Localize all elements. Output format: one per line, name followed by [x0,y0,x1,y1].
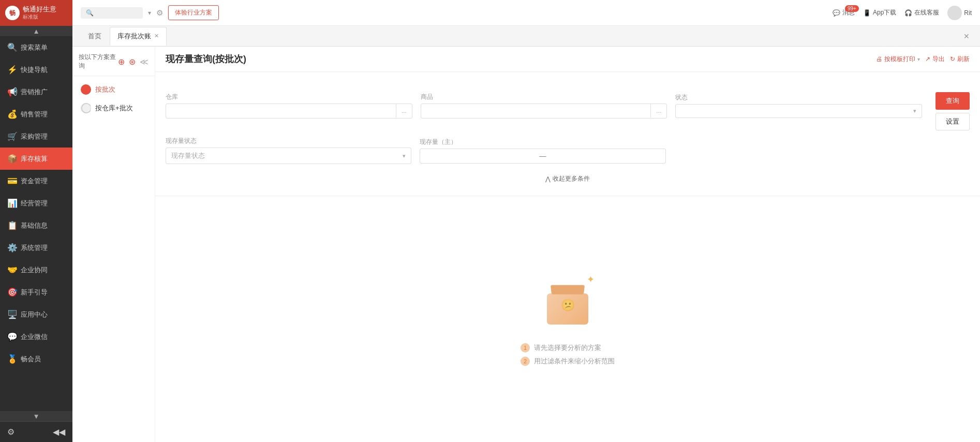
page-title: 现存量查询(按批次) [166,53,246,65]
panel-close-icon[interactable]: ✕ [961,30,972,42]
newbie-icon: 🎯 [7,287,17,297]
filter-scheme-batch[interactable]: 按批次 [72,80,155,99]
main-area: 🔍 ▾ ⚙ 体验行业方案 💬 消息 99+ 📱 App下载 🎧 在线客服 Rit [72,0,980,442]
status-label: 状态 [675,93,922,102]
warehouse-label: 仓库 [166,93,412,101]
filter-panel: 按以下方案查询 ⊕ ⊛ ≪ 按批次 按仓库+批次 [72,47,155,442]
printer-icon: 🖨 [876,55,882,63]
sidebar-item-purchase[interactable]: 🛒 采购管理 [0,125,72,148]
sidebar-item-sales[interactable]: 💰 销售管理 [0,103,72,125]
stock-status-arrow-icon: ▾ [403,153,406,159]
marketing-icon: 📢 [7,87,17,97]
warehouse-input[interactable]: ... [166,104,412,119]
empty-hint-1: 1 请先选择要分析的方案 [521,343,615,352]
sidebar-item-label: 新手引导 [21,288,48,297]
collapse-panel-icon[interactable]: ≪ [140,57,149,67]
lightning-icon: ⚡ [7,65,17,75]
topbar-right: 💬 消息 99+ 📱 App下载 🎧 在线客服 Rit [833,6,972,20]
export-icon: ↗ [925,55,930,63]
query-button[interactable]: 查询 [936,92,970,110]
avatar [947,6,962,20]
tab-close-icon[interactable]: ✕ [154,33,159,39]
sidebar-item-finance[interactable]: 💳 资金管理 [0,170,72,192]
template-print-button[interactable]: 🖨 按模板打印 ▾ [876,55,920,64]
current-stock-input[interactable] [420,149,665,164]
filter-area: 仓库 ... 商品 ... 状态 [155,72,980,196]
empty-state: 😕 ✦ 1 请先选择要分析的方案 2 用过滤条件来缩小分析范围 [155,196,980,442]
collapse-row: ⋀ 收起更多条件 [166,170,970,187]
svg-point-0 [81,85,91,94]
current-stock-label: 现存量（主） [420,138,665,146]
appstore-icon: 🖥️ [7,310,17,319]
sidebar-item-label: 销售管理 [21,110,48,119]
tab-home[interactable]: 首页 [81,27,109,45]
sidebar-item-inventory[interactable]: 📦 库存核算 [0,148,72,170]
tab-inventory-label: 库存批次账 [117,32,151,41]
messages-btn[interactable]: 💬 消息 99+ [833,8,855,17]
sidebar: 畅 畅通好生意 标准版 ▲ 🔍 搜索菜单 ⚡ 快捷导航 📢 营销推广 💰 销售管… [0,0,72,442]
search-box[interactable]: 🔍 [81,7,143,19]
sidebar-item-collaboration[interactable]: 🤝 企业协同 [0,259,72,281]
online-service-btn[interactable]: 🎧 在线客服 [904,8,939,17]
sidebar-header: 畅 畅通好生意 标准版 [0,0,72,26]
user-avatar-btn[interactable]: Rit [947,6,972,20]
sidebar-item-label: 基础信息 [21,221,48,230]
template-print-label: 按模板打印 [884,55,915,64]
template-print-arrow: ▾ [917,56,920,62]
scheme-batch-label: 按批次 [95,85,115,94]
sidebar-scroll-up[interactable]: ▲ [0,26,72,36]
sidebar-item-basics[interactable]: 📋 基础信息 [0,214,72,237]
experience-button[interactable]: 体验行业方案 [168,5,219,20]
filter-scheme-warehouse-batch[interactable]: 按仓库+批次 [72,99,155,117]
sidebar-item-wechat[interactable]: 💬 企业微信 [0,326,72,348]
tab-inventory-batch[interactable]: 库存批次账 ✕ [110,27,167,46]
operations-icon: 📊 [7,198,17,208]
sidebar-item-search[interactable]: 🔍 搜索菜单 [0,36,72,58]
warehouse-dots[interactable]: ... [396,104,412,117]
topbar-gear-icon[interactable]: ⚙ [156,8,163,18]
refresh-button[interactable]: ↻ 刷新 [950,55,970,64]
online-service-label: 在线客服 [914,8,939,17]
stock-status-select[interactable]: 现存量状态 ▾ [166,148,411,164]
product-label: 商品 [421,93,667,101]
app-edition: 标准版 [23,13,56,21]
sidebar-item-system[interactable]: ⚙️ 系统管理 [0,237,72,259]
collapse-label: 收起更多条件 [553,174,590,183]
warehouse-input-field[interactable] [166,104,396,118]
empty-hints: 1 请先选择要分析的方案 2 用过滤条件来缩小分析范围 [521,343,615,366]
collaboration-icon: 🤝 [7,265,17,275]
app-download-btn[interactable]: 📱 App下载 [863,8,896,17]
sidebar-item-shortcuts[interactable]: ⚡ 快捷导航 [0,58,72,81]
settings-button[interactable]: 设置 [936,113,970,130]
product-input-field[interactable] [421,104,651,118]
messages-badge: 99+ [845,5,859,12]
export-button[interactable]: ↗ 导出 [925,55,945,64]
sidebar-item-marketing[interactable]: 📢 营销推广 [0,81,72,103]
sidebar-item-newbie[interactable]: 🎯 新手引导 [0,281,72,303]
product-input[interactable]: ... [421,104,667,119]
sidebar-item-appstore[interactable]: 🖥️ 应用中心 [0,303,72,326]
basics-icon: 📋 [7,220,17,230]
status-select[interactable]: ▾ [675,104,922,118]
export-label: 导出 [932,55,945,64]
sidebar-item-label: 搜索菜单 [21,43,48,52]
sidebar-item-label: 企业协同 [21,266,48,275]
stock-status-label: 现存量状态 [166,137,411,145]
collapse-icon[interactable]: ◀◀ [53,427,65,437]
sidebar-item-members[interactable]: 🏅 畅会员 [0,348,72,370]
members-icon: 🏅 [7,354,17,364]
dropdown-icon[interactable]: ▾ [148,9,151,17]
sidebar-item-operations[interactable]: 📊 经营管理 [0,192,72,214]
sidebar-scroll-down[interactable]: ▼ [0,411,72,421]
page-header-actions: 🖨 按模板打印 ▾ ↗ 导出 ↻ 刷新 [876,55,970,64]
settings-scheme-icon[interactable]: ⊛ [129,57,136,67]
hint-num-2: 2 [521,357,530,366]
product-dots[interactable]: ... [650,104,666,117]
collapse-button[interactable]: ⋀ 收起更多条件 [545,174,590,183]
add-scheme-icon[interactable]: ⊕ [118,57,125,67]
sidebar-item-label: 系统管理 [21,243,48,253]
current-stock-from[interactable] [420,149,665,163]
query-actions: 查询 设置 [936,80,970,130]
settings-icon[interactable]: ⚙ [7,427,14,437]
finance-icon: 💳 [7,176,17,186]
